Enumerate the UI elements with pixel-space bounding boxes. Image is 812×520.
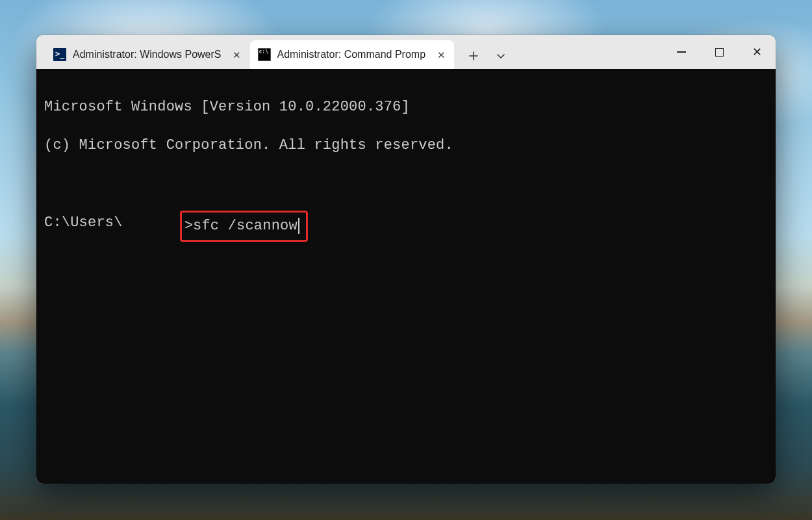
tab-close-button[interactable]: ✕ [231, 48, 244, 61]
maximize-icon [715, 48, 724, 57]
prompt-line: C:\Users\>sfc /scannow [44, 213, 768, 242]
tab-actions [454, 39, 514, 69]
chevron-down-icon [496, 51, 506, 61]
command-highlight: >sfc /scannow [180, 211, 308, 242]
powershell-icon [53, 48, 66, 61]
terminal-output[interactable]: Microsoft Windows [Version 10.0.22000.37… [36, 69, 776, 484]
text-cursor [298, 218, 299, 234]
window-controls: ✕ [663, 35, 776, 69]
close-icon: ✕ [437, 50, 446, 60]
cmd-icon [258, 48, 271, 61]
prompt-prefix: C:\Users\ [44, 213, 123, 233]
redacted-username [123, 213, 181, 230]
tab-command-prompt[interactable]: Administrator: Command Promp ✕ [250, 40, 455, 69]
prompt-suffix: > [184, 218, 193, 234]
minimize-icon [677, 51, 686, 53]
close-window-button[interactable]: ✕ [738, 35, 776, 69]
minimize-button[interactable] [663, 35, 700, 69]
tab-label: Administrator: Windows PowerS [73, 49, 222, 60]
new-tab-button[interactable] [461, 43, 487, 69]
terminal-window: Administrator: Windows PowerS ✕ Administ… [36, 35, 776, 484]
tab-powershell[interactable]: Administrator: Windows PowerS ✕ [45, 40, 250, 69]
copyright-line: (c) Microsoft Corporation. All rights re… [44, 136, 768, 155]
version-line: Microsoft Windows [Version 10.0.22000.37… [44, 98, 768, 117]
close-icon: ✕ [233, 50, 241, 60]
maximize-button[interactable] [700, 35, 738, 69]
tab-strip: Administrator: Windows PowerS ✕ Administ… [36, 35, 514, 69]
titlebar-drag-region[interactable] [514, 35, 663, 69]
close-icon: ✕ [752, 46, 762, 58]
tab-label: Administrator: Command Promp [277, 49, 426, 60]
typed-command: sfc /scannow [193, 218, 298, 234]
tab-close-button[interactable]: ✕ [435, 48, 448, 61]
plus-icon [468, 51, 479, 61]
blank-line [44, 174, 768, 194]
tab-dropdown-button[interactable] [488, 43, 514, 69]
titlebar[interactable]: Administrator: Windows PowerS ✕ Administ… [36, 35, 776, 69]
